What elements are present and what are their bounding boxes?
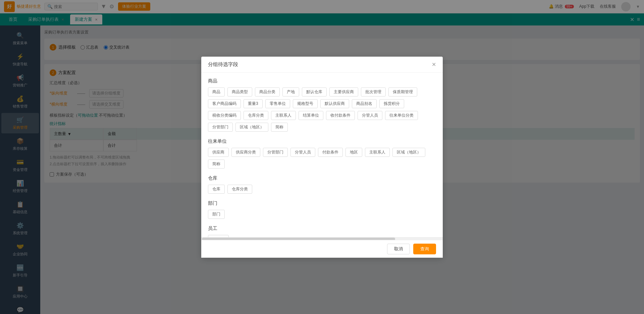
field-tag-goods[interactable]: 商品 — [208, 87, 225, 97]
field-tag-goods-alias[interactable]: 商品别名 — [352, 99, 377, 108]
section-department-title: 部门 — [208, 200, 436, 206]
field-select-modal: 分组待选字段 ✕ 商品 商品 商品类型 商品分类 产地 默认仓库 主要供应商 批… — [201, 57, 443, 258]
field-tag-customer-code[interactable]: 客户商品编码 — [208, 99, 241, 108]
field-tag-goods-type[interactable]: 商品类型 — [227, 87, 252, 97]
field-tag-counterpart-region[interactable]: 区域（地区） — [392, 148, 425, 157]
field-tag-dept[interactable]: 分管部门 — [208, 123, 233, 132]
section-counterpart: 往来单位 供应商 供应商分类 分管部门 分管人员 付款条件 地区 主联系人 区域… — [208, 138, 436, 169]
section-goods: 商品 商品 商品类型 商品分类 产地 默认仓库 主要供应商 批次管理 保质期管理… — [208, 78, 436, 132]
cancel-btn[interactable]: 取消 — [387, 244, 410, 254]
field-tag-tax-code[interactable]: 税收分类编码 — [208, 111, 241, 120]
section-counterpart-title: 往来单位 — [208, 138, 436, 144]
field-tag-counterpart-dept[interactable]: 分管部门 — [263, 148, 288, 157]
section-department-tags: 部门 — [208, 210, 436, 219]
modal-header: 分组待选字段 ✕ — [201, 57, 443, 73]
field-tag-short-name[interactable]: 简称 — [271, 123, 288, 132]
section-employee: 员工 业务员 — [208, 226, 436, 237]
field-tag-department[interactable]: 部门 — [208, 210, 225, 219]
section-goods-tags: 商品 商品类型 商品分类 产地 默认仓库 主要供应商 批次管理 保质期管理 客户… — [208, 87, 436, 132]
section-warehouse: 仓库 仓库 仓库分类 — [208, 175, 436, 194]
modal-title: 分组待选字段 — [208, 61, 238, 68]
field-tag-manager[interactable]: 分管人员 — [358, 111, 382, 120]
field-tag-spec-model[interactable]: 规格型号 — [293, 99, 318, 108]
field-tag-counterpart-manager[interactable]: 分管人员 — [290, 148, 315, 157]
modal-body: 商品 商品 商品类型 商品分类 产地 默认仓库 主要供应商 批次管理 保质期管理… — [201, 73, 443, 237]
field-tag-warehouse[interactable]: 仓库 — [208, 185, 225, 194]
modal-footer: 取消 查询 — [201, 240, 443, 258]
field-tag-payment-cond[interactable]: 付款条件 — [318, 148, 343, 157]
field-tag-supplier-category[interactable]: 供应商分类 — [231, 148, 260, 157]
field-tag-goods-category[interactable]: 商品分类 — [255, 87, 280, 97]
section-department: 部门 部门 — [208, 200, 436, 219]
field-tag-counterpart-short[interactable]: 简称 — [208, 160, 225, 169]
section-counterpart-tags: 供应商 供应商分类 分管部门 分管人员 付款条件 地区 主联系人 区域（地区） … — [208, 148, 436, 169]
field-tag-counterpart-contact[interactable]: 主联系人 — [365, 148, 390, 157]
field-tag-counterpart-category[interactable]: 往来单位分类 — [385, 111, 418, 120]
modal-close-btn[interactable]: ✕ — [432, 61, 436, 68]
modal-overlay: 分组待选字段 ✕ 商品 商品 商品类型 商品分类 产地 默认仓库 主要供应商 批… — [0, 0, 644, 314]
field-tag-default-warehouse[interactable]: 默认仓库 — [302, 87, 327, 97]
section-employee-title: 员工 — [208, 226, 436, 232]
field-tag-warehouse-cat[interactable]: 仓库分类 — [227, 185, 252, 194]
field-tag-origin[interactable]: 产地 — [282, 87, 299, 97]
field-tag-warehouse-category[interactable]: 仓库分类 — [244, 111, 268, 120]
field-tag-expiry-mgmt[interactable]: 保质期管理 — [388, 87, 417, 97]
section-warehouse-tags: 仓库 仓库分类 — [208, 185, 436, 194]
field-tag-main-contact[interactable]: 主联系人 — [271, 111, 296, 120]
field-tag-region[interactable]: 区域（地区） — [235, 123, 268, 132]
section-goods-title: 商品 — [208, 78, 436, 84]
field-tag-default-supplier[interactable]: 默认供应商 — [320, 99, 349, 108]
field-tag-settlement-unit[interactable]: 结算单位 — [299, 111, 323, 120]
confirm-btn[interactable]: 查询 — [413, 244, 436, 254]
field-tag-pick-score[interactable]: 拣货积分 — [379, 99, 404, 108]
field-tag-salesperson[interactable]: 业务员 — [208, 235, 229, 237]
section-employee-tags: 业务员 — [208, 235, 436, 237]
field-tag-retail-unit[interactable]: 零售单位 — [265, 99, 290, 108]
field-tag-payment-terms[interactable]: 收付款条件 — [326, 111, 355, 120]
modal-hscrollbar[interactable] — [201, 237, 443, 240]
field-tag-main-supplier[interactable]: 主要供应商 — [329, 87, 358, 97]
field-tag-supplier[interactable]: 供应商 — [208, 148, 229, 157]
field-tag-area[interactable]: 地区 — [345, 148, 362, 157]
section-warehouse-title: 仓库 — [208, 175, 436, 181]
field-tag-weight3[interactable]: 重量3 — [244, 99, 263, 108]
field-tag-batch-mgmt[interactable]: 批次管理 — [361, 87, 386, 97]
